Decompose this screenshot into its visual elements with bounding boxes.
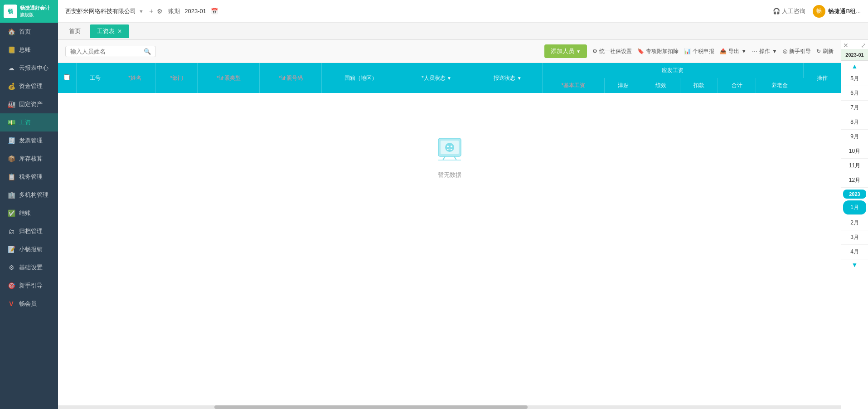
headset-icon: 🎧 xyxy=(773,8,780,15)
sidebar-item-home[interactable]: 🏠 首页 xyxy=(0,23,58,41)
right-date-panel: ✕ ⤢ 2023-01 ▲ 5月 6月 7月 8月 xyxy=(841,40,868,409)
table-container: 工号 *姓名 *部门 *证照类型 *证照号码 国籍（地区） *人员状态 ▼ 报送… xyxy=(58,63,841,405)
empty-state-text: 暂无数据 xyxy=(438,171,461,179)
special-deduction-icon: 🔖 xyxy=(637,48,644,54)
sidebar-item-member[interactable]: V 畅会员 xyxy=(0,295,58,313)
topbar-period: 账期 2023-01 📅 xyxy=(168,7,218,15)
month-item-2023-04[interactable]: 4月 xyxy=(841,245,868,259)
logo-icon: 畅 xyxy=(4,5,17,18)
tab-home[interactable]: 首页 xyxy=(62,24,88,38)
fund-icon: 💰 xyxy=(7,83,15,90)
th-dept: *部门 xyxy=(156,63,198,93)
personal-tax-icon: 📊 xyxy=(684,48,691,54)
sidebar-item-settings[interactable]: ⚙ 基础设置 xyxy=(0,258,58,277)
sidebar-item-cloud-report[interactable]: ☁ 云报表中心 xyxy=(0,59,58,77)
month-item-2022-10[interactable]: 10月 xyxy=(841,144,868,159)
sidebar-item-checkout[interactable]: ✅ 结账 xyxy=(0,204,58,222)
sidebar-item-invoice[interactable]: 🧾 发票管理 xyxy=(0,131,58,150)
sidebar-item-fixed-asset[interactable]: 🏭 固定资产 xyxy=(0,95,58,113)
export-arrow-icon: ▼ xyxy=(741,48,747,54)
empty-state-icon xyxy=(432,129,468,166)
ops-arrow-icon: ▼ xyxy=(772,48,777,54)
period-value[interactable]: 2023-01 xyxy=(184,8,206,15)
panel-close-icon[interactable]: ✕ xyxy=(843,42,849,49)
sidebar-item-label: 固定资产 xyxy=(19,100,43,108)
date-nav-up[interactable]: ▲ xyxy=(841,61,868,72)
expense-icon: 📝 xyxy=(7,246,15,253)
month-item-2022-12[interactable]: 12月 xyxy=(841,173,868,188)
sidebar-item-multi-org[interactable]: 🏢 多机构管理 xyxy=(0,186,58,204)
payroll-table: 工号 *姓名 *部门 *证照类型 *证照号码 国籍（地区） *人员状态 ▼ 报送… xyxy=(58,63,841,215)
sidebar-item-fund[interactable]: 💰 资金管理 xyxy=(0,77,58,95)
special-deduction-link[interactable]: 🔖 专项附加扣除 xyxy=(637,48,679,55)
topbar-right: 🎧 人工咨询 畅 畅捷通B组... xyxy=(773,5,861,18)
month-item-2022-09[interactable]: 9月 xyxy=(841,130,868,144)
horizontal-scrollbar[interactable] xyxy=(58,405,841,409)
month-item-2022-11[interactable]: 11月 xyxy=(841,159,868,173)
logo-text: 畅捷通好会计 xyxy=(20,5,50,11)
company-selector[interactable]: 西安虾米网络科技有限公司 ▼ xyxy=(65,7,144,15)
user-info[interactable]: 畅 畅捷通B组... xyxy=(813,5,861,18)
month-item-2022-08[interactable]: 8月 xyxy=(841,115,868,130)
toolbar-actions: 添加人员 ▼ ⚙ 统一社保设置 🔖 专项附加扣除 📊 个税申报 xyxy=(544,44,834,58)
tab-payroll-label: 工资表 xyxy=(97,27,115,35)
scrollbar-thumb[interactable] xyxy=(214,405,528,409)
month-item-2023-01[interactable]: 1月 xyxy=(843,200,866,215)
th-pension: 养老金 xyxy=(756,78,803,93)
tab-payroll-table[interactable]: 工资表 ✕ xyxy=(90,24,129,38)
sidebar-item-inventory[interactable]: 📦 库存核算 xyxy=(0,150,58,168)
fixed-asset-icon: 🏭 xyxy=(7,101,15,108)
sidebar-item-label: 总账 xyxy=(19,46,31,54)
select-all-checkbox[interactable] xyxy=(64,74,70,80)
sidebar-item-expense[interactable]: 📝 小畅报销 xyxy=(0,240,58,258)
empty-state: 暂无数据 xyxy=(58,93,841,215)
month-item-2022-07[interactable]: 7月 xyxy=(841,101,868,115)
operations-link[interactable]: ⋯ 操作 ▼ xyxy=(752,48,777,55)
th-person-status[interactable]: *人员状态 ▼ xyxy=(400,63,473,93)
add-icon[interactable]: + xyxy=(149,7,153,15)
home-icon: 🏠 xyxy=(7,28,15,35)
sidebar-item-label: 结账 xyxy=(19,209,31,217)
settings-gear-icon[interactable]: ⚙ xyxy=(157,8,163,15)
sidebar-item-label: 多机构管理 xyxy=(19,191,48,199)
sidebar-nav: 🏠 首页 📒 总账 ☁ 云报表中心 💰 资金管理 🏭 固定资产 💵 工资 🧾 发… xyxy=(0,23,58,409)
personal-tax-link[interactable]: 📊 个税申报 xyxy=(684,48,714,55)
guide-link[interactable]: ◎ 新手引导 xyxy=(783,48,811,55)
guide-icon: 🎯 xyxy=(7,282,15,289)
service-button[interactable]: 🎧 人工咨询 xyxy=(773,7,805,15)
add-person-button[interactable]: 添加人员 ▼ xyxy=(544,44,587,58)
calendar-icon[interactable]: 📅 xyxy=(211,8,218,15)
sidebar-item-tax[interactable]: 📋 税务管理 xyxy=(0,168,58,186)
date-nav-down[interactable]: ▼ xyxy=(841,259,868,270)
sidebar-item-label: 发票管理 xyxy=(19,136,43,145)
date-panel-scroll: ▲ 5月 6月 7月 8月 9月 10月 xyxy=(841,61,868,409)
refresh-link[interactable]: ↻ 刷新 xyxy=(816,48,834,55)
tab-home-label: 首页 xyxy=(69,27,81,35)
panel-expand-icon[interactable]: ⤢ xyxy=(861,42,866,49)
chevron-down-icon: ▼ xyxy=(139,9,144,14)
settings-icon: ⚙ xyxy=(7,264,15,271)
user-name: 畅捷通B组... xyxy=(828,7,861,15)
sidebar-item-guide[interactable]: 🎯 新手引导 xyxy=(0,277,58,295)
month-item-2022-06[interactable]: 6月 xyxy=(841,86,868,101)
sidebar-item-archive[interactable]: 🗂 归档管理 xyxy=(0,222,58,240)
inventory-icon: 📦 xyxy=(7,155,15,162)
sidebar-logo: 畅 畅捷通好会计 旗舰版 xyxy=(0,0,58,23)
svg-point-3 xyxy=(447,146,449,147)
sidebar-item-label: 库存核算 xyxy=(19,155,43,163)
tax-icon: 📋 xyxy=(7,173,15,180)
social-insurance-link[interactable]: ⚙ 统一社保设置 xyxy=(592,48,632,55)
dropdown-arrow-icon: ▼ xyxy=(576,49,581,54)
sidebar-item-label: 基础设置 xyxy=(19,263,43,272)
multi-org-icon: 🏢 xyxy=(7,191,15,199)
month-item-2022-05[interactable]: 5月 xyxy=(841,72,868,86)
export-link[interactable]: 📤 导出 ▼ xyxy=(720,48,747,55)
tab-close-icon[interactable]: ✕ xyxy=(117,28,122,34)
sidebar-item-payroll[interactable]: 💵 工资 xyxy=(0,113,58,131)
month-item-2023-03[interactable]: 3月 xyxy=(841,230,868,245)
search-input[interactable] xyxy=(70,48,141,55)
th-submit-status[interactable]: 报送状态 ▼ xyxy=(473,63,543,93)
month-item-2023-02[interactable]: 2月 xyxy=(841,216,868,230)
th-allowance: 津贴 xyxy=(604,78,642,93)
sidebar-item-ledger[interactable]: 📒 总账 xyxy=(0,41,58,59)
